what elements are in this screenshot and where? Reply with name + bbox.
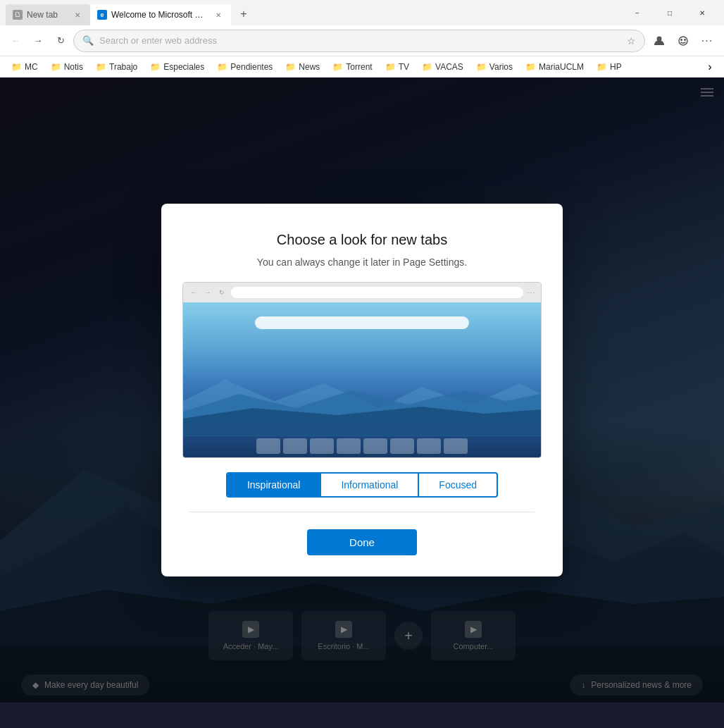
folder-icon: 📁 bbox=[51, 62, 61, 72]
svg-point-3 bbox=[685, 39, 686, 40]
bookmarks-bar: 📁 MC 📁 Notis 📁 Trabajo 📁 Especiales 📁 Pe… bbox=[0, 56, 724, 78]
tab-close-new[interactable]: ✕ bbox=[72, 9, 83, 20]
preview-search-bar bbox=[255, 316, 470, 329]
bookmark-label: MC bbox=[25, 62, 38, 72]
bookmark-torrent[interactable]: 📁 Torrent bbox=[327, 60, 377, 74]
look-tab-selector: Inspirational Informational Focused bbox=[226, 472, 498, 498]
bookmark-mariauclm[interactable]: 📁 MariaUCLM bbox=[520, 60, 589, 74]
new-tab-look-modal: Choose a look for new tabs You can alway… bbox=[161, 204, 563, 576]
restore-button[interactable]: □ bbox=[654, 0, 686, 25]
bookmark-label: Pendientes bbox=[230, 62, 273, 72]
svg-point-1 bbox=[679, 37, 687, 45]
modal-subtitle: You can always change it later in Page S… bbox=[257, 257, 467, 268]
chevron-right-icon: › bbox=[708, 61, 711, 73]
folder-icon: 📁 bbox=[150, 62, 161, 72]
focused-tab-button[interactable]: Focused bbox=[419, 474, 497, 496]
refresh-button[interactable]: ↻ bbox=[51, 31, 70, 51]
folder-icon: 📁 bbox=[476, 62, 487, 72]
bookmark-label: Varios bbox=[489, 62, 513, 72]
back-button[interactable]: ← bbox=[6, 31, 25, 51]
informational-tab-button[interactable]: Informational bbox=[321, 474, 419, 496]
toolbar-icons: ··· bbox=[648, 30, 718, 52]
preview-refresh-icon: ↻ bbox=[217, 288, 227, 297]
folder-icon: 📁 bbox=[385, 62, 396, 72]
address-bar-row: ← → ↻ 🔍 Search or enter web address ☆ ··… bbox=[0, 25, 724, 56]
bookmark-label: Torrent bbox=[346, 62, 372, 72]
forward-button[interactable]: → bbox=[28, 31, 48, 51]
bookmark-vacas[interactable]: 📁 VACAS bbox=[416, 60, 469, 74]
folder-icon: 📁 bbox=[422, 62, 432, 72]
bookmark-trabajo[interactable]: 📁 Trabajo bbox=[90, 60, 143, 74]
bookmark-label: TV bbox=[399, 62, 409, 72]
tab-label-edge: Welcome to Microsoft Edge Bet... bbox=[111, 10, 208, 20]
emoji-button[interactable] bbox=[672, 30, 694, 52]
modal-title: Choose a look for new tabs bbox=[277, 232, 447, 248]
bookmark-notis[interactable]: 📁 Notis bbox=[45, 60, 89, 74]
bookmark-hp[interactable]: 📁 HP bbox=[591, 60, 628, 74]
title-bar: 🗋 New tab ✕ e Welcome to Microsoft Edge … bbox=[0, 0, 724, 25]
bookmark-tv[interactable]: 📁 TV bbox=[380, 60, 415, 74]
bookmark-varios[interactable]: 📁 Varios bbox=[470, 60, 518, 74]
preview-browser-bar: ← → ↻ ··· bbox=[183, 283, 541, 302]
search-icon: 🔍 bbox=[82, 35, 94, 46]
address-bar[interactable]: 🔍 Search or enter web address ☆ bbox=[73, 30, 645, 52]
more-button[interactable]: ··· bbox=[696, 30, 718, 52]
folder-icon: 📁 bbox=[217, 62, 227, 72]
preview-browser: ← → ↻ ··· bbox=[182, 282, 542, 458]
minimize-button[interactable]: − bbox=[621, 0, 654, 25]
modal-divider bbox=[189, 512, 535, 512]
bookmark-label: News bbox=[299, 62, 320, 72]
bookmark-label: Notis bbox=[64, 62, 83, 72]
tab-favicon-edge: e bbox=[97, 10, 107, 20]
favorites-icon[interactable]: ☆ bbox=[627, 35, 636, 47]
folder-icon: 📁 bbox=[332, 62, 343, 72]
inspirational-tab-button[interactable]: Inspirational bbox=[227, 474, 322, 496]
bookmark-label: VACAS bbox=[435, 62, 463, 72]
bookmark-especiales[interactable]: 📁 Especiales bbox=[144, 60, 210, 74]
svg-point-2 bbox=[681, 39, 682, 40]
modal-overlay: Choose a look for new tabs You can alway… bbox=[0, 78, 724, 703]
folder-icon: 📁 bbox=[285, 62, 296, 72]
tab-favicon-new: 🗋 bbox=[13, 10, 23, 20]
main-content: ▶ Acceder · May... ▶ Escritorio · M... +… bbox=[0, 78, 724, 703]
tab-label-new: New tab bbox=[27, 10, 68, 20]
close-button[interactable]: ✕ bbox=[686, 0, 718, 25]
folder-icon: 📁 bbox=[597, 62, 607, 72]
tab-close-edge[interactable]: ✕ bbox=[213, 9, 224, 20]
preview-content bbox=[183, 302, 541, 457]
preview-forward-icon: → bbox=[203, 288, 213, 297]
done-button[interactable]: Done bbox=[307, 529, 417, 555]
bookmark-pendientes[interactable]: 📁 Pendientes bbox=[211, 60, 278, 74]
preview-more-icon: ··· bbox=[528, 289, 535, 297]
folder-icon: 📁 bbox=[525, 62, 536, 72]
preview-address-bar bbox=[231, 287, 523, 298]
bookmark-label: Trabajo bbox=[109, 62, 137, 72]
bookmark-label: HP bbox=[610, 62, 622, 72]
bookmark-label: Especiales bbox=[163, 62, 204, 72]
window-controls: − □ ✕ bbox=[621, 0, 718, 25]
bookmark-label: MariaUCLM bbox=[539, 62, 584, 72]
tab-edge[interactable]: e Welcome to Microsoft Edge Bet... ✕ bbox=[90, 4, 231, 25]
preview-back-icon: ← bbox=[189, 288, 199, 297]
folder-icon: 📁 bbox=[96, 62, 106, 72]
folder-icon: 📁 bbox=[11, 62, 22, 72]
bookmark-news[interactable]: 📁 News bbox=[280, 60, 325, 74]
preview-shortcuts bbox=[256, 438, 468, 454]
bookmarks-more-button[interactable]: › bbox=[701, 58, 718, 75]
user-profile-button[interactable] bbox=[648, 30, 670, 52]
new-tab-button[interactable]: + bbox=[234, 4, 254, 24]
bookmark-mc[interactable]: 📁 MC bbox=[6, 60, 44, 74]
address-text: Search or enter web address bbox=[99, 35, 621, 46]
tab-new-tab[interactable]: 🗋 New tab ✕ bbox=[6, 4, 90, 25]
